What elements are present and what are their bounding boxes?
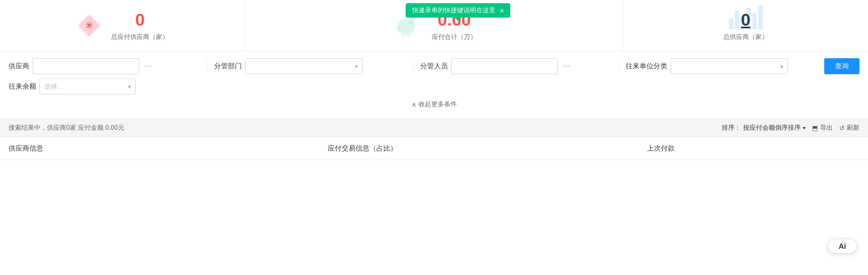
refresh-label: 刷新 (847, 123, 859, 132)
refresh-button[interactable]: ↺ 刷新 (839, 123, 859, 132)
collapse-chevron-icon: ∧ (412, 101, 416, 108)
supplier-filter-label: 供应商 (9, 61, 29, 71)
department-filter-label: 分管部门 (214, 61, 242, 71)
results-actions: 排序： 按应付会额倒序排序 ▾ ⬒ 导出 ↺ 刷新 (722, 123, 859, 132)
balance-select[interactable]: 选择... ▾ (40, 78, 136, 95)
col-header-supplier: 供应商信息 (9, 144, 328, 153)
divider-1 (207, 61, 208, 72)
amount-label: 应付合计（万） (432, 33, 477, 42)
unit-class-arrow-icon: ▾ (780, 64, 783, 69)
stat-item-suppliers: 米 0 总应付供应商（家） (0, 0, 245, 51)
tooltip-close-btn[interactable]: × (500, 7, 504, 14)
tooltip-container: 快速录单的快捷键说明在这里 × (418, 0, 498, 7)
filter-row-2: 往来余额 选择... ▾ (9, 78, 859, 95)
suppliers-label: 总应付供应商（家） (111, 33, 169, 42)
filter-section: 供应商 ··· 分管部门 ▾ 分管人员 ··· 往来单位分类 ▾ (0, 52, 868, 119)
filter-item-supplier: 供应商 ··· (9, 58, 201, 74)
total-suppliers-label: 总供应商（家） (723, 33, 768, 42)
collapse-button[interactable]: ∧ 收起更多条件 (412, 100, 457, 109)
svg-rect-7 (407, 33, 409, 37)
tooltip-bubble[interactable]: 快速录单的快捷键说明在这里 × (406, 3, 510, 18)
svg-point-4 (408, 18, 415, 25)
export-button[interactable]: ⬒ 导出 (812, 123, 833, 132)
ai-badge-button[interactable]: Ai (827, 239, 857, 254)
collapse-label: 收起更多条件 (419, 100, 457, 109)
stat-item-total-suppliers: 0 总供应商（家） (624, 0, 868, 51)
sort-select[interactable]: 排序： 按应付会额倒序排序 ▾ (722, 123, 806, 132)
stats-bar: 米 0 总应付供应商（家） 0.00 应付合计（万） 快速录单的快捷键说明在这里 (0, 0, 868, 52)
filter-item-balance: 往来余额 选择... ▾ (9, 78, 136, 95)
refresh-icon: ↺ (839, 124, 845, 132)
col-header-payment: 上次付款 (647, 144, 860, 153)
svg-rect-6 (402, 33, 404, 37)
svg-point-8 (402, 23, 404, 26)
department-select[interactable]: ▾ (245, 58, 362, 74)
unit-class-select[interactable]: ▾ (670, 58, 788, 74)
table-header: 供应商信息 应付交易信息（占比） 上次付款 (0, 137, 868, 160)
svg-point-5 (397, 26, 401, 32)
filter-item-unit-class: 往来单位分类 ▾ (626, 58, 818, 74)
filter-row-1: 供应商 ··· 分管部门 ▾ 分管人员 ··· 往来单位分类 ▾ (9, 58, 859, 74)
export-icon: ⬒ (812, 124, 818, 132)
person-dots-btn[interactable]: ··· (561, 61, 572, 71)
query-button[interactable]: 查询 (824, 58, 859, 74)
stat-item-amount: 0.00 应付合计（万） 快速录单的快捷键说明在这里 × (245, 0, 623, 51)
divider-2 (413, 61, 414, 72)
person-input[interactable] (451, 58, 558, 74)
collapse-row: ∧ 收起更多条件 (9, 97, 859, 114)
chart-decoration (729, 5, 762, 29)
balance-filter-label: 往来余额 (9, 82, 36, 91)
results-info: 搜索结果中，供应商0家 应付金额 0.00元 (9, 123, 124, 132)
sort-label: 按应付会额倒序排序 (743, 123, 801, 132)
suppliers-count: 0 (135, 10, 145, 30)
sort-prefix: 排序： (722, 123, 741, 132)
person-filter-label: 分管人员 (420, 61, 448, 71)
table-body (0, 160, 868, 275)
balance-arrow-icon: ▾ (128, 84, 131, 90)
supplier-dots-btn[interactable]: ··· (143, 61, 154, 71)
unit-class-filter-label: 往来单位分类 (626, 61, 667, 71)
supplier-input[interactable] (33, 58, 139, 74)
logo-icon: 米 (76, 12, 102, 39)
department-arrow-icon: ▾ (355, 64, 358, 69)
col-header-transaction: 应付交易信息（占比） (328, 144, 647, 153)
filter-item-department: 分管部门 ▾ (214, 58, 406, 74)
balance-placeholder: 选择... (44, 82, 62, 91)
divider-3 (619, 61, 619, 72)
export-label: 导出 (820, 123, 833, 132)
svg-text:米: 米 (85, 22, 93, 29)
filter-item-person: 分管人员 ··· (420, 58, 612, 74)
sort-arrow-icon: ▾ (803, 125, 806, 131)
results-bar: 搜索结果中，供应商0家 应付金额 0.00元 排序： 按应付会额倒序排序 ▾ ⬒… (0, 119, 868, 137)
tooltip-text: 快速录单的快捷键说明在这里 (412, 6, 495, 15)
ai-label: Ai (839, 242, 846, 250)
